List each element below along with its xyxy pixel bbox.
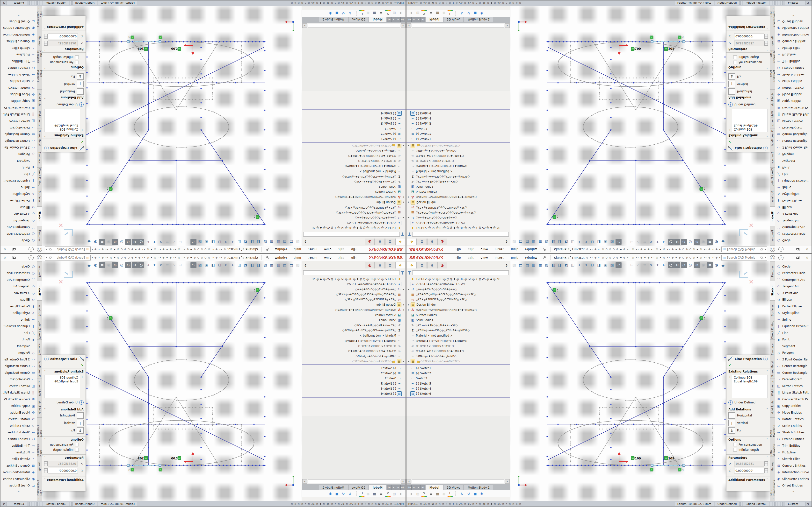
scroll-left-icon[interactable]: ◂: [406, 479, 411, 484]
account-icon[interactable]: ◯: [770, 247, 775, 252]
spin-down-icon[interactable]: ▾: [44, 34, 48, 36]
command-tab[interactable]: Markup: [770, 457, 775, 476]
view-tool-icon[interactable]: ↓: [230, 262, 236, 268]
expand-arrow-icon[interactable]: ▶: [408, 145, 411, 147]
tree-row[interactable]: ★ ○ƧƐƷ✚◦♟◎ΛΑΦ○◎○ΦΑΛ◎♟◦✚ƷƐƧ○: [406, 282, 510, 287]
existing-relations-header[interactable]: Existing Relations ˄: [728, 370, 768, 373]
scroll-right-icon[interactable]: ▸: [302, 479, 307, 484]
sketch-tool-item[interactable]: ○ Circle: [775, 237, 812, 244]
tree-row[interactable]: ⌐ Sketch3: [302, 126, 406, 131]
view-tool-icon[interactable]: ✚: [151, 262, 157, 268]
checkbox[interactable]: [75, 443, 79, 446]
sketch-tool-item[interactable]: ⣿ Linear Sketch Pattern: [775, 111, 812, 118]
view-tool-icon[interactable]: ▨: [262, 262, 268, 268]
view-tool-icon[interactable]: ▧: [511, 239, 517, 245]
minimize-button[interactable]: –: [785, 256, 793, 260]
sketch-tool-item[interactable]: ▱ Parallelogram: [775, 376, 812, 383]
tree-row[interactable]: ❖ TЯPDL2. ◎ ƷƐ ◎ Ш ◎ ○ ◎ ✚ ◎ ЭС ◎ ƷƐ ◎ ✦…: [406, 225, 510, 231]
view-tool-icon[interactable]: ◨: [557, 239, 563, 245]
scroll-left-icon[interactable]: ◂: [401, 23, 406, 28]
view-tool-icon[interactable]: ◎: [119, 262, 125, 268]
expand-arrow-icon[interactable]: ▶: [401, 145, 404, 147]
tree-filter-input[interactable]: [412, 270, 509, 275]
tree-row[interactable]: ▦ ○Ƨ5✚ƷƐ5○ИΝ◎◦✚ЭƐƧ5○◎○5ƧƐЭ✚◦◎ΝИ5Ƨ○: [406, 210, 510, 215]
checkbox[interactable]: [75, 56, 79, 59]
tab-nav-icon[interactable]: ❙◀: [407, 17, 412, 22]
expand-arrow-icon[interactable]: ▶: [401, 288, 404, 290]
tree-row[interactable]: ▶ ▤ ○ƧƷƐИΝΑ∪∙○◎○∙∪ΑΝИƐƷƧ○: [302, 359, 406, 364]
expand-arrow-icon[interactable]: ▶: [401, 360, 404, 362]
sketch-tool-item[interactable]: ▭ Center Rectangle: [775, 137, 812, 145]
relation-button-icon[interactable]: |: [77, 420, 84, 426]
tree-row[interactable]: ◷ ○Ƨ5♟◎Ƨ5ИΝƷƐ5○◎○5ƐƷΝИ5Ƨ◎♟5Ƨ○: [302, 297, 406, 302]
view-tool-icon[interactable]: ↻: [674, 262, 680, 268]
sketch-tool-item[interactable]: ▣ Copy Entities: [0, 98, 37, 105]
menu-item[interactable]: Window: [521, 248, 541, 251]
view-tool-icon[interactable]: ▨: [544, 262, 550, 268]
relations-listbox[interactable]: Collinear108Equal length109: [44, 109, 80, 132]
expand-arrow-icon[interactable]: ▶: [408, 196, 411, 198]
sketch-tool-item[interactable]: ⊏ Offset Entities: [0, 483, 37, 489]
expand-icon[interactable]: ˅: [44, 25, 46, 29]
scroll-left-icon[interactable]: ◂: [406, 23, 411, 28]
view-tool-icon[interactable]: ◎: [687, 262, 693, 268]
tree-row[interactable]: ⌐ (-) Sketch5: [302, 121, 406, 126]
tree-row[interactable]: ▶ ▤ Design Binder: [406, 200, 510, 205]
command-tab[interactable]: Evaluate: [37, 148, 42, 168]
sketch-tool-item[interactable]: ⊏ Offset Entities: [775, 18, 812, 25]
expand-icon[interactable]: ˅: [767, 25, 768, 29]
model-tab[interactable]: Motion Study 1: [464, 17, 493, 22]
scroll-left-icon[interactable]: ◂: [401, 479, 406, 484]
sketch-tool-item[interactable]: ⣿ Linear Sketch Pattern: [0, 389, 37, 396]
line-format-icon[interactable]: ✱: [479, 491, 485, 496]
view-tool-icon[interactable]: ◫: [570, 262, 576, 268]
more-tools-chevron-icon[interactable]: ⌄: [775, 489, 812, 493]
tree-row[interactable]: ▶ ▤ Design Binder: [406, 302, 510, 307]
view-tool-icon[interactable]: ◨: [210, 239, 216, 245]
view-tool-icon[interactable]: ◧: [256, 239, 262, 245]
line-format-icon[interactable]: ▣: [472, 11, 478, 16]
additional-parameters-header[interactable]: Additional Parameters ˅: [44, 25, 84, 29]
line-format-icon[interactable]: ≡: [378, 491, 384, 496]
model-tab[interactable]: Motion Study 1: [319, 17, 348, 22]
length-field[interactable]: 10.88152731: [734, 41, 764, 46]
view-tool-icon[interactable]: ▤: [524, 262, 530, 268]
tree-row[interactable]: ⌐ (-) Sketch4: [302, 116, 406, 121]
view-tool-icon[interactable]: ⊙: [125, 262, 131, 268]
menu-item[interactable]: Edit: [464, 256, 477, 260]
add-relation-row[interactable]: | Vertical: [728, 81, 768, 87]
view-tool-icon[interactable]: ⌐: [184, 262, 190, 268]
checkbox-row[interactable]: For construction: [44, 61, 79, 64]
sketch-tool-item[interactable]: ⌒ Centerpoint Arc: [0, 224, 37, 231]
panel-tab-icon[interactable]: ≣: [385, 262, 395, 269]
tree-row[interactable]: ▦ ○Ƨ5✚ƷƐ5○ИΝ◎◦✚ЭƐƧ5○◎○5ƧƐЭ✚◦◎ΝИ5Ƨ○: [302, 292, 406, 297]
tree-row[interactable]: ▶ ↺ ○Λ♟◎✚Ƨ5◦Ʒ○◎○Ʒ◦5Ƨ✚◎♟Λ○: [302, 287, 406, 292]
panel-tab-icon[interactable]: ◕: [438, 262, 447, 269]
sketch-tool-item[interactable]: ◗ Partial Ellipse: [0, 198, 37, 204]
minimize-button[interactable]: –: [19, 256, 27, 260]
relations-listbox[interactable]: Collinear108Equal length109: [44, 375, 80, 398]
line-format-icon[interactable]: ▤: [391, 11, 397, 16]
command-tab[interactable]: Sketch: [37, 281, 42, 300]
sketch-tool-item[interactable]: ┄ Segment: [775, 343, 812, 350]
tree-row[interactable]: ⌐ (-) Sketch4: [406, 116, 510, 121]
view-tool-icon[interactable]: ∟: [661, 239, 667, 245]
relation-button-icon[interactable]: ⚓: [77, 427, 84, 434]
view-tool-icon[interactable]: ✱: [707, 262, 713, 268]
view-tool-icon[interactable]: ✱: [99, 262, 105, 268]
help-icon[interactable]: ?: [778, 247, 783, 252]
scroll-right-icon[interactable]: ▸: [302, 23, 307, 28]
expand-panel-icon[interactable]: ❯: [304, 240, 307, 243]
tree-row[interactable]: ∟ ○ИΝ◦бg◦♟◎○◎○◎♟◦gб◦ΝИ○: [302, 353, 406, 358]
tree-filter-input[interactable]: [303, 270, 400, 275]
view-tool-icon[interactable]: ◩: [243, 239, 249, 245]
tree-row[interactable]: ▱ ○✚ИΝ◎♟+○✳⊙|○◎○|⊙✳○+♟◎ΝИ✚○: [406, 164, 510, 169]
panel-tab-icon[interactable]: ⊕: [427, 262, 437, 269]
tree-row[interactable]: ⌐ Sketch3: [406, 126, 510, 131]
add-relation-row[interactable]: ⚓ Fix: [44, 427, 84, 434]
sketch-tool-item[interactable]: ○ Circle: [0, 237, 37, 244]
line-format-icon[interactable]: ∟: [448, 10, 453, 16]
search-icon[interactable]: [48, 255, 53, 260]
search-icon[interactable]: [759, 247, 764, 252]
view-tool-icon[interactable]: ◨: [249, 262, 255, 268]
